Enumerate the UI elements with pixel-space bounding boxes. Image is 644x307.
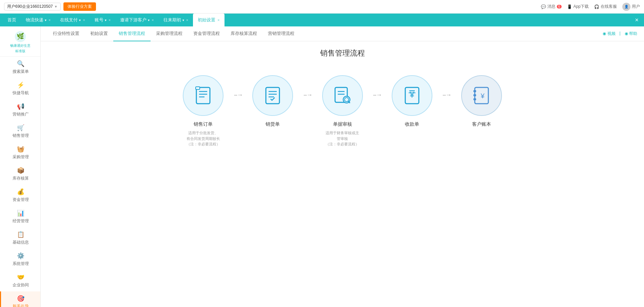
sidebar-item-label: 库存核算 [13,176,29,181]
service-label: 在线客服 [601,4,617,9]
receipt-icon: ¥ [401,85,423,106]
sidebar-item-label: 新手引导 [13,304,29,307]
flow-circle-review[interactable] [322,75,363,116]
content-area: 行业特性设置 初始设置 销售管理流程 采购管理流程 资金管理流程 库存核算流程 … [41,26,644,307]
video-link[interactable]: ◉ 视频 [603,31,615,37]
flow-diagram: 销售订单 适用于分批发货、有合同发货周期较长（注：非必要流程） ···→ [54,75,630,147]
service-icon: 🎧 [594,4,599,9]
sidebar-item-label: 快捷导航 [13,90,29,96]
flow-step-account-book: ¥ 客户账本 [451,75,512,130]
sidebar-item-quick-nav[interactable]: ⚡ 快捷导航 [0,78,40,99]
subtab-purchase-flow[interactable]: 采购管理流程 [151,26,188,41]
search-icon: 🔍 [17,60,24,67]
subtab-finance-flow[interactable]: 资金管理流程 [188,26,225,41]
flow-arrow-2: ···→ [303,91,312,99]
sidebar-item-sales[interactable]: 🛒 销售管理 [0,121,40,142]
sidebar-item-label: 基础信息 [13,240,29,245]
sidebar-item-purchase[interactable]: 🧺 采购管理 [0,142,40,163]
tab-payment[interactable]: 在线支付 ▾× [55,14,90,26]
sales-icon: 🛒 [17,124,24,131]
tab-invite[interactable]: 邀请下游客户 ▾× [115,14,158,26]
sidebar-item-enterprise[interactable]: 🤝 企业协同 [0,270,40,291]
svg-text:¥: ¥ [480,92,485,100]
flow-circle-account-book[interactable]: ¥ [461,75,502,116]
sidebar-item-operations[interactable]: 📊 经营管理 [0,206,40,227]
user-label: 用户690企业1660120507 [7,4,53,9]
message-badge: 6 [557,5,562,8]
sidebar-item-guide[interactable]: 🎯 新手引导 [0,291,40,307]
flow-step-review: 单据审核 适用于财务审核或主管审核（注：非必要流程） [312,75,373,147]
subtab-industry[interactable]: 行业特性设置 [47,26,85,41]
flow-circle-sales-order[interactable] [183,75,223,116]
sidebar-item-system[interactable]: ⚙️ 系统管理 [0,249,40,270]
subtab-marketing-flow[interactable]: 营销管理流程 [262,26,300,41]
sidebar-item-label: 销售管理 [13,133,29,139]
svg-text:🌿: 🌿 [17,33,24,40]
step3-desc: 适用于财务审核或主管审核（注：非必要流程） [326,130,359,147]
sidebar-item-inventory[interactable]: 📦 库存核算 [0,163,40,185]
account-book-icon: ¥ [471,85,492,106]
logo-icon: 🌿 [14,30,26,43]
step5-title: 客户账本 [472,121,491,127]
sidebar-item-basic-info[interactable]: 📋 基础信息 [0,227,40,249]
nav-tabs: 首页 物流快递 ▾× 在线支付 ▾× 账号 ▾× 邀请下游客户 ▾× 往来期初 … [0,14,644,26]
message-button[interactable]: 💬 消息 6 [541,4,562,9]
user-dropdown-arrow: ▼ [54,5,58,8]
flow-step-sales-slip: 销货单 [242,75,303,130]
flow-arrow-1: ···→ [234,91,242,99]
flow-step-receipt: ¥ 收款单 [382,75,443,130]
step1-title: 销售订单 [194,121,213,127]
message-label: 消息 [547,4,555,9]
subtabs-right: ◉ 视频 | ◉ 帮助 [603,31,637,37]
logo-title: 畅康通好生意 [10,43,31,48]
tab-home[interactable]: 首页 [3,14,21,26]
step3-title: 单据审核 [333,121,352,127]
sales-slip-icon [262,85,284,106]
subtab-inventory-flow[interactable]: 库存核算流程 [225,26,262,41]
app-download-button[interactable]: 📱 App下载 [567,4,589,9]
tab-logistics[interactable]: 物流快递 ▾× [21,14,55,26]
svg-rect-20 [473,90,476,92]
subtab-initial[interactable]: 初始设置 [85,26,113,41]
subtab-sales-flow[interactable]: 销售管理流程 [113,26,151,41]
step2-title: 销货单 [266,121,280,127]
nav-close-button[interactable]: × [632,17,641,24]
sidebar-item-label: 企业协同 [13,282,29,288]
sidebar-item-marketing[interactable]: 📢 营销推广 [0,99,40,121]
sidebar-item-label: 资金管理 [13,197,29,203]
service-button[interactable]: 🎧 在线客服 [594,4,617,9]
sidebar-item-label: 系统管理 [13,261,29,267]
user-avatar-area[interactable]: 👤 用户 [622,3,640,11]
logo-subtitle: 标准版 [15,49,25,54]
quick-nav-icon: ⚡ [17,81,24,89]
tab-initial-setup[interactable]: 初始设置 × [193,14,224,26]
svg-rect-21 [473,94,476,96]
sub-tabs: 行业特性设置 初始设置 销售管理流程 采购管理流程 资金管理流程 库存核算流程 … [41,26,644,41]
user-select[interactable]: 用户690企业1660120507 ▼ [4,3,61,11]
sidebar-item-label: 搜索菜单 [13,69,29,75]
svg-rect-22 [473,98,476,100]
flow-arrow-4: ···→ [443,91,451,99]
avatar: 👤 [622,3,630,11]
guide-icon: 🎯 [17,295,24,302]
svg-text:¥: ¥ [409,90,414,99]
sidebar-item-search[interactable]: 🔍 搜索菜单 [0,57,40,78]
tab-account[interactable]: 账号 ▾× [90,14,115,26]
system-icon: ⚙️ [17,252,24,260]
inventory-icon: 📦 [17,167,24,174]
sidebar-logo: 🌿 畅康通好生意 标准版 [0,26,40,57]
flow-circle-receipt[interactable]: ¥ [392,75,432,116]
top-bar-left: 用户690企业1660120507 ▼ 体验行业方案 [4,2,96,11]
main-layout: 🌿 畅康通好生意 标准版 🔍 搜索菜单 ⚡ 快捷导航 📢 营销推广 🛒 销售管理… [0,26,644,307]
sidebar-item-label: 营销推广 [13,111,29,117]
finance-icon: 💰 [17,188,24,196]
flow-circle-sales-slip[interactable] [252,75,293,116]
tab-period[interactable]: 往来期初 ▾× [159,14,193,26]
sales-order-icon [192,85,214,106]
sidebar-item-finance[interactable]: 💰 资金管理 [0,185,40,206]
page-title: 销售管理流程 [54,48,630,58]
app-icon: 📱 [567,4,572,9]
trial-button[interactable]: 体验行业方案 [63,2,96,11]
help-link[interactable]: ◉ 帮助 [625,31,637,37]
review-icon [332,85,353,106]
